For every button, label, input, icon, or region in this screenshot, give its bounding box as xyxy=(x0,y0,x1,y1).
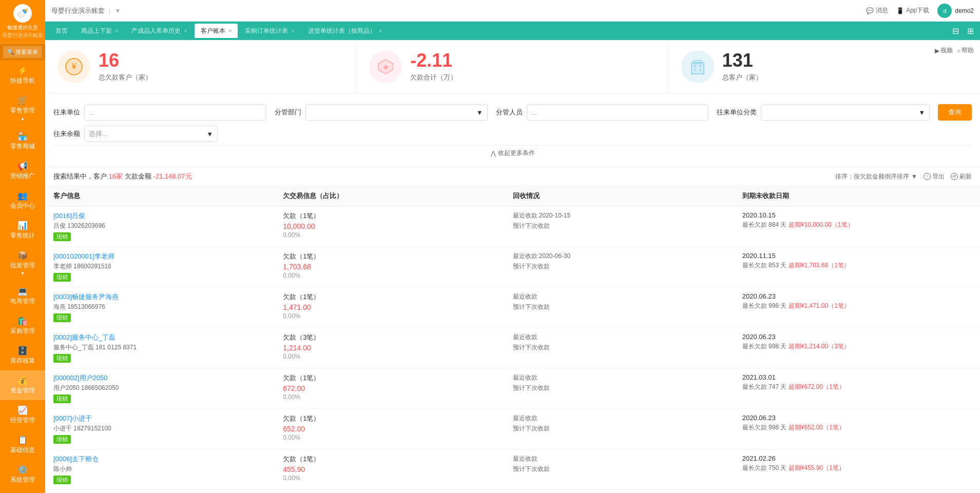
overdue-link-6[interactable]: 超期¥455.90（1笔） xyxy=(789,464,845,471)
filter-input-person[interactable]: ... xyxy=(527,104,709,121)
table-row: [0003]畅捷服务尹海燕 海燕 18513066976 现销 欠款（1笔） 1… xyxy=(45,287,980,328)
overdue-link-3[interactable]: 超期¥1,214.00（3笔） xyxy=(789,343,850,350)
collapse-button[interactable]: ⋀ 收起更多条件 xyxy=(53,145,972,161)
customer-info-0: [0016]吕俊 吕俊 13026203696 现销 xyxy=(53,211,283,241)
collection-date-5: 最近收款 xyxy=(513,414,742,423)
message-button[interactable]: 💬 消息 xyxy=(866,6,888,15)
stat-info-debt-total: -2.11 欠款合计（万） xyxy=(410,51,457,82)
collection-next-3: 预计下次收款 xyxy=(513,343,742,352)
tab-customer-account[interactable]: 客户账本 × xyxy=(195,24,238,38)
refresh-icon: ↺ xyxy=(951,173,958,180)
overdue-info-3: 最长欠款 998 天 超期¥1,214.00（3笔） xyxy=(742,342,972,351)
sidebar-item-lingshoutongji[interactable]: 📊 零售统计 xyxy=(0,215,45,245)
help-link[interactable]: ○ 帮助 xyxy=(957,46,974,55)
customer-name-4[interactable]: [000002]用户2050 xyxy=(53,373,283,383)
main-area: 母婴行业演示账套 | ▼ 💬 消息 📱 App下载 d demo2 首页 xyxy=(45,0,980,493)
tab-production-history[interactable]: 产成品入库单历史 × xyxy=(125,24,193,38)
debt-count-6: 欠款（1笔） xyxy=(283,455,512,464)
customer-contact-0: 吕俊 13026203696 xyxy=(53,222,283,230)
filter-label-dept: 分管部门 xyxy=(275,108,301,117)
topbar-divider: | xyxy=(109,7,110,14)
tab-close-purchase-order[interactable]: × xyxy=(291,28,294,34)
sidebar-item-kuaijie[interactable]: ⚡ 快捷导航 xyxy=(0,61,45,90)
customer-name-2[interactable]: [0003]畅捷服务尹海燕 xyxy=(53,292,283,302)
sidebar-item-jichu[interactable]: 📋 基础信息 xyxy=(0,430,45,460)
sidebar-item-qiye[interactable]: 🤝 企业协同 xyxy=(0,489,45,493)
nav-icon-xitong: ⚙️ xyxy=(17,465,28,475)
col-header-debt: 欠交易信息（占比） xyxy=(283,191,512,201)
collection-date-2: 最近收款 xyxy=(513,292,742,301)
col-header-collection: 回收情况 xyxy=(513,191,742,201)
tab-close-inventory-stats[interactable]: × xyxy=(379,28,382,34)
tab-inventory-stats[interactable]: 进货单统计表（按商品） × xyxy=(302,24,388,38)
logo-text: 畅捷通好生意 xyxy=(7,23,38,31)
customer-name-1[interactable]: [0001020001]李老师 xyxy=(53,252,283,261)
sidebar-item-kucun[interactable]: 🗄️ 库存核算 xyxy=(0,341,45,370)
app-download-button[interactable]: 📱 App下载 xyxy=(896,6,929,15)
overdue-info-0: 最长欠款 884 天 超期¥10,000.00（1笔） xyxy=(742,221,972,229)
debt-info-1: 欠款（1笔） 1,703.68 0.00% xyxy=(283,252,512,279)
refresh-button[interactable]: ↺ 刷新 xyxy=(951,172,972,181)
sidebar-subtitle: 母婴行业演示账套 xyxy=(2,32,43,39)
customer-name-3[interactable]: [0002]服务中心_丁磊 xyxy=(53,333,283,342)
sidebar-item-dianshang[interactable]: 💻 电商管理 xyxy=(0,281,45,311)
sidebar-item-lingshouguan[interactable]: 🛒 零售管理 ▲ xyxy=(0,90,45,126)
collection-next-0: 预计下次收款 xyxy=(513,222,742,230)
filter-select-category[interactable]: ▼ xyxy=(761,104,930,121)
stat-top-right: ▶ 视频 ○ 帮助 xyxy=(935,46,974,55)
customer-info-6: [0006]去下粮仓 陈小帅 现销 xyxy=(53,455,283,484)
tab-close-product-status[interactable]: × xyxy=(115,28,118,34)
debt-count-2: 欠款（1笔） xyxy=(283,292,512,302)
tab-minimize-button[interactable]: ⊟ xyxy=(950,25,961,37)
stat-icon-building xyxy=(681,50,714,83)
customer-name-0[interactable]: [0016]吕俊 xyxy=(53,211,283,221)
customer-name-5[interactable]: [0007]小进千 xyxy=(53,414,283,423)
sidebar-item-xitong[interactable]: ⚙️ 系统管理 xyxy=(0,460,45,489)
duedate-info-4: 2021.03.01 最长欠款 747 天 超期¥672.00（1笔） xyxy=(742,373,972,391)
overdue-link-0[interactable]: 超期¥10,000.00（1笔） xyxy=(789,221,854,228)
tab-maximize-button[interactable]: ⊞ xyxy=(965,25,976,37)
svg-rect-7 xyxy=(694,69,696,71)
overdue-link-5[interactable]: 超期¥652.00（1笔） xyxy=(789,424,845,431)
overdue-link-2[interactable]: 超期¥1,471.00（1笔） xyxy=(789,302,850,309)
filter-select-dept[interactable]: ▼ xyxy=(305,104,488,121)
filter-select-balance[interactable]: 选择... ▼ xyxy=(84,126,218,142)
debt-count-5: 欠款（1笔） xyxy=(283,414,512,423)
overdue-link-1[interactable]: 超期¥1,703.68（1笔） xyxy=(789,262,850,269)
tab-home[interactable]: 首页 xyxy=(49,24,74,38)
sidebar-item-zijin[interactable]: 💰 资金管理 xyxy=(0,370,45,400)
export-button[interactable]: ↑ 导出 xyxy=(924,172,945,181)
customer-name-6[interactable]: [0006]去下粮仓 xyxy=(53,455,283,464)
sidebar-item-pifaguan[interactable]: 📦 批发管理 ▼ xyxy=(0,245,45,281)
debt-ratio-6: 0.00% xyxy=(283,475,512,482)
query-button[interactable]: 查询 xyxy=(938,104,972,121)
debt-count-1: 欠款（1笔） xyxy=(283,252,512,261)
sort-dropdown[interactable]: 排序：按欠款金额倒序排序 ▼ xyxy=(835,172,917,181)
video-link[interactable]: ▶ 视频 xyxy=(935,46,953,55)
collection-info-3: 最近收款 预计下次收款 xyxy=(513,333,742,352)
tab-close-customer-account[interactable]: × xyxy=(228,28,232,34)
tab-product-status[interactable]: 商品上下架 × xyxy=(75,24,124,38)
sidebar-item-jingying[interactable]: 📈 经营管理 xyxy=(0,400,45,430)
chevron-down-category: ▼ xyxy=(918,109,925,116)
tab-close-production-history[interactable]: × xyxy=(184,28,187,34)
sidebar-item-yingxiao[interactable]: 📢 营销推广 xyxy=(0,156,45,186)
sidebar-logo: 🍼 畅捷通好生意 母婴行业演示账套 xyxy=(0,0,45,44)
nav-icon-lingshouguan: 🛒 xyxy=(17,95,28,105)
topbar-subtitle: ▼ xyxy=(114,7,121,14)
filter-input-unit[interactable]: ... xyxy=(84,104,266,121)
user-menu[interactable]: d demo2 xyxy=(937,4,974,18)
debt-info-2: 欠款（1笔） 1,471.00 0.00% xyxy=(283,292,512,320)
tab-purchase-order[interactable]: 采购订单统计表 × xyxy=(239,24,300,38)
sidebar-item-huiyuan[interactable]: 👥 会员中心 xyxy=(0,186,45,215)
debt-amount-5: 652.00 xyxy=(283,425,512,433)
sidebar-item-caigou[interactable]: 🛍️ 采购管理 xyxy=(0,311,45,341)
filter-row-2: 往来余额 选择... ▼ xyxy=(53,126,972,142)
sidebar-item-lingshangcheng[interactable]: 🏪 零售商城 xyxy=(0,126,45,156)
collection-next-5: 预计下次收款 xyxy=(513,424,742,433)
stat-number-debt-total: -2.11 xyxy=(410,51,457,70)
svg-text:◈: ◈ xyxy=(383,63,389,71)
search-menu-button[interactable]: 🔍 搜索菜单 xyxy=(3,46,42,58)
overdue-link-4[interactable]: 超期¥672.00（1笔） xyxy=(789,383,845,390)
collection-date-4: 最近收款 xyxy=(513,373,742,382)
